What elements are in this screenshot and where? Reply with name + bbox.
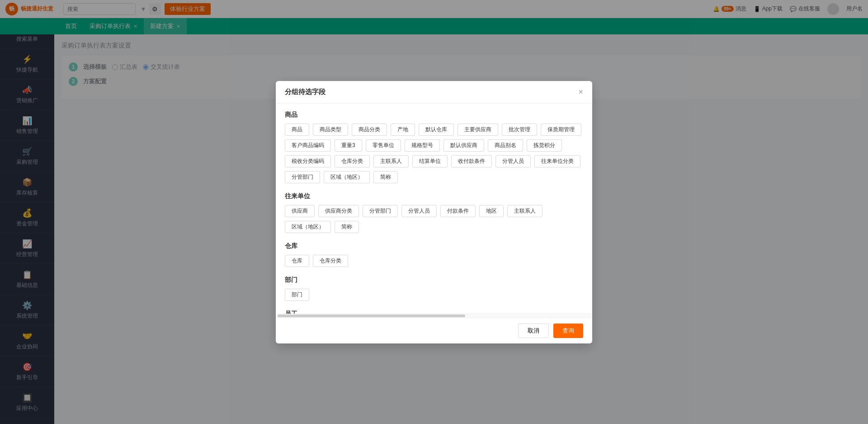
modal-overlay: 分组待选字段 × 商品 商品商品类型商品分类产地默认仓库主要供应商批次管理保质期… [0,0,868,424]
field-tag[interactable]: 主联系人 [507,205,542,217]
field-tag[interactable]: 商品 [285,124,309,136]
field-tag[interactable]: 主联系人 [373,155,409,167]
field-tag[interactable]: 仓库分类 [335,155,370,167]
field-tag[interactable]: 供应商分类 [318,205,359,217]
section-partner-title: 往来单位 [285,192,583,200]
section-warehouse-title: 仓库 [285,242,583,250]
field-tag[interactable]: 客户商品编码 [285,139,331,152]
field-tag[interactable]: 商品分类 [352,124,387,136]
confirm-button[interactable]: 查询 [553,324,583,338]
section-goods-title: 商品 [285,111,583,119]
field-tag[interactable]: 仓库分类 [313,255,348,267]
field-tag[interactable]: 分管人员 [401,205,437,217]
modal-footer: 取消 查询 [276,318,592,343]
field-tag[interactable]: 零售单位 [366,139,401,152]
hscroll-thumb [278,314,465,317]
modal-close-button[interactable]: × [578,87,583,97]
section-employee: 员工 业务员 [285,310,583,314]
section-department: 部门 部门 [285,276,583,301]
field-tag[interactable]: 付款条件 [440,205,476,217]
field-tag[interactable]: 商品别名 [488,139,523,152]
field-tag[interactable]: 批次管理 [502,124,537,136]
section-warehouse: 仓库 仓库仓库分类 [285,242,583,267]
section-warehouse-tags: 仓库仓库分类 [285,255,583,267]
modal: 分组待选字段 × 商品 商品商品类型商品分类产地默认仓库主要供应商批次管理保质期… [276,81,592,343]
field-tag[interactable]: 供应商 [285,205,315,217]
field-tag[interactable]: 拣货积分 [527,139,562,152]
section-department-tags: 部门 [285,289,583,301]
modal-header: 分组待选字段 × [276,81,592,104]
section-goods: 商品 商品商品类型商品分类产地默认仓库主要供应商批次管理保质期管理客户商品编码重… [285,111,583,183]
field-tag[interactable]: 仓库 [285,255,309,267]
field-tag[interactable]: 税收分类编码 [285,155,331,167]
modal-title: 分组待选字段 [285,88,326,96]
field-tag[interactable]: 默认仓库 [419,124,454,136]
modal-hscroll [276,314,592,318]
field-tag[interactable]: 结算单位 [412,155,448,167]
field-tag[interactable]: 部门 [285,289,309,301]
section-department-title: 部门 [285,276,583,284]
field-tag[interactable]: 区域（地区） [324,171,370,183]
field-tag[interactable]: 默认供应商 [443,139,484,152]
section-partner-tags: 供应商供应商分类分管部门分管人员付款条件地区主联系人区域（地区）简称 [285,205,583,233]
field-tag[interactable]: 简称 [335,221,359,233]
field-tag[interactable]: 重量3 [335,139,362,152]
section-partner: 往来单位 供应商供应商分类分管部门分管人员付款条件地区主联系人区域（地区）简称 [285,192,583,233]
field-tag[interactable]: 简称 [373,171,398,183]
section-goods-tags: 商品商品类型商品分类产地默认仓库主要供应商批次管理保质期管理客户商品编码重量3零… [285,124,583,183]
field-tag[interactable]: 保质期管理 [541,124,581,136]
modal-body: 商品 商品商品类型商品分类产地默认仓库主要供应商批次管理保质期管理客户商品编码重… [276,104,592,314]
field-tag[interactable]: 主要供应商 [458,124,498,136]
field-tag[interactable]: 规格型号 [405,139,440,152]
field-tag[interactable]: 地区 [479,205,504,217]
field-tag[interactable]: 收付款条件 [451,155,492,167]
field-tag[interactable]: 区域（地区） [285,221,331,233]
field-tag[interactable]: 往来单位分类 [534,155,580,167]
field-tag[interactable]: 分管部门 [285,171,320,183]
cancel-button[interactable]: 取消 [518,324,549,338]
field-tag[interactable]: 商品类型 [313,124,348,136]
field-tag[interactable]: 产地 [391,124,415,136]
section-employee-title: 员工 [285,310,583,314]
field-tag[interactable]: 分管部门 [363,205,398,217]
field-tag[interactable]: 分管人员 [495,155,531,167]
